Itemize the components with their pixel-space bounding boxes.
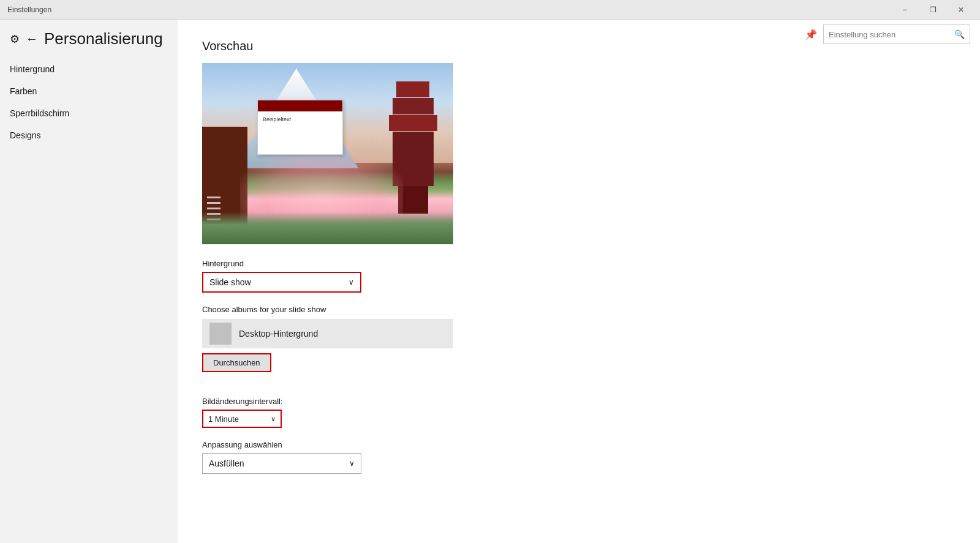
search-input[interactable] bbox=[829, 30, 951, 39]
background-chevron-icon: ∨ bbox=[349, 278, 354, 286]
pin-icon[interactable]: 📌 bbox=[805, 29, 817, 40]
preview-container: Beispieltext bbox=[202, 63, 453, 244]
background-select-value: Slide show bbox=[209, 277, 251, 287]
background-select[interactable]: Slide show ∨ bbox=[202, 272, 361, 293]
sidebar-item-designs[interactable]: Designs bbox=[0, 124, 178, 146]
album-item[interactable]: Desktop-Hintergrund bbox=[202, 319, 453, 348]
browse-button[interactable]: Durchsuchen bbox=[202, 353, 271, 372]
albums-control-group: Choose albums for your slide show Deskto… bbox=[202, 305, 956, 384]
interval-control-group: Bildänderungsintervall: 1 Minute ∨ bbox=[202, 397, 956, 428]
search-icon: 🔍 bbox=[954, 29, 965, 39]
background-control-group: Hintergrund Slide show ∨ bbox=[202, 259, 956, 293]
fit-select[interactable]: Ausfüllen ∨ bbox=[202, 453, 361, 474]
preview-dialog-body: Beispieltext bbox=[258, 111, 342, 127]
sidebar-header: ⚙ ← Personalisierung bbox=[0, 20, 178, 58]
sidebar: ⚙ ← Personalisierung Hintergrund Farben … bbox=[0, 20, 178, 543]
titlebar: Einstellungen − ❐ ✕ bbox=[0, 0, 980, 20]
sidebar-item-hintergrund[interactable]: Hintergrund bbox=[0, 58, 178, 80]
background-label: Hintergrund bbox=[202, 259, 956, 268]
preview-dialog: Beispieltext bbox=[257, 100, 343, 155]
fit-label: Anpassung auswählen bbox=[202, 440, 956, 449]
settings-icon: ⚙ bbox=[10, 32, 20, 46]
interval-label: Bildänderungsintervall: bbox=[202, 397, 956, 406]
preview-dialog-titlebar bbox=[258, 100, 342, 111]
sidebar-nav: Hintergrund Farben Sperrbildschirm Desig… bbox=[0, 58, 178, 146]
albums-label: Choose albums for your slide show bbox=[202, 305, 956, 314]
window-controls: − ❐ ✕ bbox=[891, 0, 975, 20]
fit-control-group: Anpassung auswählen Ausfüllen ∨ bbox=[202, 440, 956, 474]
minimize-button[interactable]: − bbox=[891, 0, 919, 20]
restore-button[interactable]: ❐ bbox=[919, 0, 947, 20]
preview-background: Beispieltext bbox=[202, 63, 453, 244]
search-box[interactable]: 🔍 bbox=[823, 24, 970, 44]
sidebar-item-farben[interactable]: Farben bbox=[0, 80, 178, 102]
interval-select[interactable]: 1 Minute ∨ bbox=[202, 410, 282, 428]
page-title: Personalisierung bbox=[44, 29, 163, 48]
back-arrow[interactable]: ← bbox=[26, 32, 38, 46]
album-thumbnail bbox=[209, 323, 232, 345]
sidebar-item-sperrbildschirm[interactable]: Sperrbildschirm bbox=[0, 102, 178, 124]
interval-chevron-icon: ∨ bbox=[271, 415, 276, 423]
main-content: 📌 🔍 Vorschau bbox=[178, 20, 980, 543]
close-button[interactable]: ✕ bbox=[947, 0, 975, 20]
fit-select-value: Ausfüllen bbox=[209, 459, 244, 468]
album-name: Desktop-Hintergrund bbox=[239, 329, 318, 339]
fit-chevron-icon: ∨ bbox=[349, 459, 355, 468]
titlebar-title: Einstellungen bbox=[7, 6, 51, 14]
interval-select-value: 1 Minute bbox=[208, 414, 239, 424]
